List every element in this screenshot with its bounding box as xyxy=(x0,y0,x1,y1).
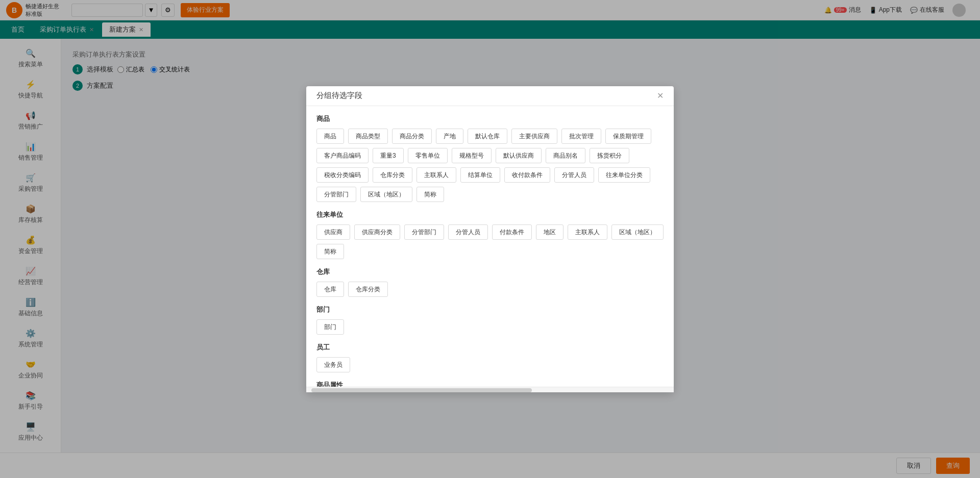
field-tag-region-goods[interactable]: 区域（地区） xyxy=(360,187,412,202)
field-tag-salesperson[interactable]: 业务员 xyxy=(316,357,350,372)
field-tag-warehouse-category[interactable]: 仓库分类 xyxy=(373,167,412,183)
field-tag-main-contact-partner[interactable]: 主联系人 xyxy=(568,224,607,240)
field-tag-short-name-goods[interactable]: 简称 xyxy=(416,187,444,202)
section-dept-title: 部门 xyxy=(316,305,664,314)
field-tag-weight[interactable]: 重量3 xyxy=(373,148,404,163)
section-goods-tags: 商品 商品类型 商品分类 产地 默认仓库 主要供应商 批次管理 保质期管理 客户… xyxy=(316,129,664,202)
field-tag-partner-category[interactable]: 往来单位分类 xyxy=(598,167,650,183)
field-tag-retail-unit[interactable]: 零售单位 xyxy=(408,148,448,163)
field-tag-main-contact[interactable]: 主联系人 xyxy=(416,167,456,183)
field-tag-warehouse-cat[interactable]: 仓库分类 xyxy=(348,282,388,297)
field-tag-goods-type[interactable]: 商品类型 xyxy=(348,129,388,144)
field-tag-warehouse[interactable]: 仓库 xyxy=(316,282,344,297)
field-selection-modal: 分组待选字段 ✕ 商品 商品 商品类型 商品分类 产地 默认仓库 主要供应商 xyxy=(306,86,674,392)
field-tag-main-supplier[interactable]: 主要供应商 xyxy=(511,129,557,144)
field-tag-default-warehouse[interactable]: 默认仓库 xyxy=(468,129,507,144)
field-tag-supervisor[interactable]: 分管人员 xyxy=(554,167,594,183)
section-department: 部门 部门 xyxy=(316,305,664,335)
field-tag-dept-partner[interactable]: 分管部门 xyxy=(404,224,444,240)
section-employee-title: 员工 xyxy=(316,343,664,352)
field-tag-batch-mgmt[interactable]: 批次管理 xyxy=(561,129,601,144)
section-warehouse: 仓库 仓库 仓库分类 xyxy=(316,267,664,297)
field-tag-default-supplier[interactable]: 默认供应商 xyxy=(496,148,542,163)
modal-title: 分组待选字段 xyxy=(316,91,362,100)
section-dept-tags: 部门 xyxy=(316,319,664,335)
field-tag-goods[interactable]: 商品 xyxy=(316,129,344,144)
field-tag-pick-score[interactable]: 拣货积分 xyxy=(590,148,629,163)
modal-close-btn[interactable]: ✕ xyxy=(657,91,664,100)
field-tag-settlement-unit[interactable]: 结算单位 xyxy=(460,167,500,183)
field-tag-payment-terms-partner[interactable]: 付款条件 xyxy=(492,224,532,240)
field-tag-short-name-partner[interactable]: 简称 xyxy=(316,244,344,259)
modal-header: 分组待选字段 ✕ xyxy=(306,86,674,107)
section-partner-tags: 供应商 供应商分类 分管部门 分管人员 付款条件 地区 主联系人 区域（地区） … xyxy=(316,224,664,259)
field-tag-supervisor-partner[interactable]: 分管人员 xyxy=(448,224,488,240)
field-tag-department[interactable]: 部门 xyxy=(316,319,344,335)
field-tag-payment-terms[interactable]: 收付款条件 xyxy=(504,167,550,183)
field-tag-goods-alias[interactable]: 商品别名 xyxy=(546,148,585,163)
field-tag-supplier-category[interactable]: 供应商分类 xyxy=(354,224,400,240)
field-tag-customer-code[interactable]: 客户商品编码 xyxy=(316,148,369,163)
section-goods-attr: 商品属性 属性 颜色 多规格 尺码 鞋码 1 xyxy=(316,381,664,387)
section-goods: 商品 商品 商品类型 商品分类 产地 默认仓库 主要供应商 批次管理 保质期管理… xyxy=(316,114,664,202)
field-tag-area[interactable]: 地区 xyxy=(536,224,564,240)
field-tag-origin[interactable]: 产地 xyxy=(436,129,463,144)
field-tag-spec-model[interactable]: 规格型号 xyxy=(452,148,492,163)
section-employee-tags: 业务员 xyxy=(316,357,664,372)
modal-body: 商品 商品 商品类型 商品分类 产地 默认仓库 主要供应商 批次管理 保质期管理… xyxy=(306,106,674,387)
section-partner-title: 往来单位 xyxy=(316,210,664,219)
section-goods-attr-title: 商品属性 xyxy=(316,381,664,387)
section-warehouse-title: 仓库 xyxy=(316,267,664,276)
section-warehouse-tags: 仓库 仓库分类 xyxy=(316,282,664,297)
section-partner: 往来单位 供应商 供应商分类 分管部门 分管人员 付款条件 地区 主联系人 区域… xyxy=(316,210,664,259)
field-tag-dept[interactable]: 分管部门 xyxy=(316,187,356,202)
field-tag-shelf-life[interactable]: 保质期管理 xyxy=(605,129,651,144)
section-employee: 员工 业务员 xyxy=(316,343,664,372)
content-area: 采购订单执行表方案设置 1 选择模板 汇总表 交叉统计表 xyxy=(61,39,980,478)
field-tag-supplier[interactable]: 供应商 xyxy=(316,224,350,240)
modal-horizontal-scrollbar[interactable] xyxy=(306,387,674,392)
main-layout: 🔍 搜索菜单 ⚡ 快捷导航 📢 营销推广 📊 销售管理 🛒 采购管理 📦 库存核… xyxy=(0,39,980,478)
field-tag-tax-code[interactable]: 税收分类编码 xyxy=(316,167,369,183)
scrollbar-thumb xyxy=(311,388,532,392)
section-goods-title: 商品 xyxy=(316,114,664,123)
modal-overlay: 分组待选字段 ✕ 商品 商品 商品类型 商品分类 产地 默认仓库 主要供应商 xyxy=(61,39,980,478)
field-tag-region-partner[interactable]: 区域（地区） xyxy=(611,224,664,240)
field-tag-goods-category[interactable]: 商品分类 xyxy=(392,129,432,144)
